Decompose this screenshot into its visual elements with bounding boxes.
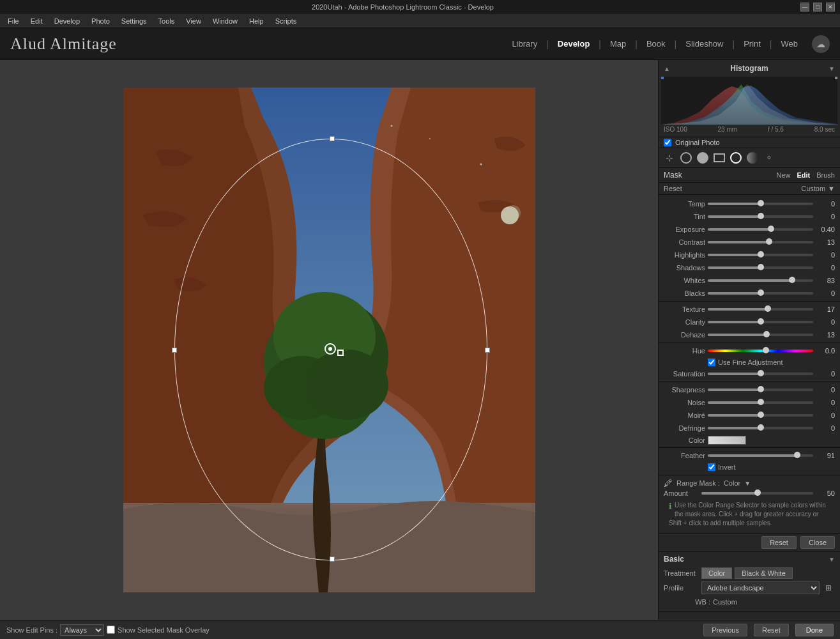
- invert-checkbox[interactable]: [708, 463, 715, 471]
- done-button[interactable]: Done: [795, 624, 834, 636]
- range-mask-type[interactable]: Color: [724, 479, 740, 487]
- menu-edit[interactable]: Edit: [26, 16, 48, 26]
- previous-button[interactable]: Previous: [703, 624, 747, 636]
- range-mask-section: 🖉 Range Mask : Color ▼ Amount 50 ℹ Use t…: [659, 475, 840, 534]
- mask-actions: New Edit Brush: [776, 171, 835, 179]
- hue-slider[interactable]: [708, 350, 813, 352]
- menu-photo[interactable]: Photo: [86, 16, 115, 26]
- range-mask-row: 🖉 Range Mask : Color ▼: [664, 478, 835, 488]
- temp-value: 0: [816, 200, 835, 208]
- nav-book[interactable]: Book: [640, 36, 672, 51]
- shadows-slider[interactable]: [708, 266, 813, 269]
- temp-slider[interactable]: [708, 203, 813, 205]
- defringe-slider[interactable]: [708, 427, 813, 429]
- noise-slider[interactable]: [708, 401, 813, 404]
- exposure-slider[interactable]: [708, 228, 813, 231]
- menu-window[interactable]: Window: [208, 16, 243, 26]
- menu-settings[interactable]: Settings: [116, 16, 152, 26]
- graduated-filter-tool[interactable]: [745, 151, 760, 165]
- control-point-top[interactable]: [330, 136, 335, 141]
- control-point-right[interactable]: [485, 348, 490, 353]
- eyedropper-icon[interactable]: 🖉: [664, 478, 673, 488]
- basic-header: Basic ▼: [664, 555, 835, 564]
- nav-map[interactable]: Map: [604, 36, 632, 51]
- photo-background: [123, 88, 535, 592]
- original-photo-bar: Original Photo: [659, 137, 840, 148]
- histogram-collapse[interactable]: ▼: [829, 65, 835, 72]
- menu-scripts[interactable]: Scripts: [270, 16, 302, 26]
- menubar: File Edit Develop Photo Settings Tools V…: [0, 14, 840, 28]
- control-point-bottom[interactable]: [330, 557, 335, 562]
- original-photo-checkbox[interactable]: [664, 139, 671, 146]
- reset-row: Reset Custom ▼: [659, 183, 840, 195]
- bottom-reset-button[interactable]: Reset: [754, 624, 789, 636]
- radial-filter-tool[interactable]: [729, 151, 743, 165]
- color-swatch-row: Color: [659, 435, 840, 446]
- contrast-slider[interactable]: [708, 241, 813, 243]
- mask-new[interactable]: New: [776, 171, 790, 179]
- range-mask-dropdown[interactable]: ▼: [744, 480, 751, 487]
- mask-brush[interactable]: Brush: [816, 171, 835, 179]
- nav-print[interactable]: Print: [737, 36, 767, 51]
- range-amount-slider[interactable]: [701, 492, 813, 495]
- texture-slider[interactable]: [708, 308, 813, 311]
- control-point-left[interactable]: [172, 348, 177, 353]
- sharpness-value: 0: [816, 386, 835, 394]
- color-treatment-button[interactable]: Color: [701, 567, 732, 579]
- profile-select[interactable]: Adobe Landscape Adobe Color Adobe Vivid …: [701, 581, 820, 594]
- mask-close-button[interactable]: Close: [800, 536, 835, 549]
- color-swatch[interactable]: [708, 436, 746, 445]
- histogram-scroll-up[interactable]: ▲: [664, 65, 670, 72]
- nav-sep-2: |: [599, 39, 601, 49]
- main-layout: ▲ Histogram ▼: [0, 60, 840, 620]
- maximize-button[interactable]: □: [813, 3, 822, 12]
- nav-library[interactable]: Library: [505, 36, 544, 51]
- show-mask-overlay-checkbox[interactable]: [107, 626, 115, 634]
- sharpness-slider[interactable]: [708, 389, 813, 391]
- cloud-icon[interactable]: ☁: [812, 35, 830, 53]
- dehaze-label: Dehaze: [664, 331, 705, 339]
- fine-adjustment-checkbox[interactable]: [708, 358, 715, 366]
- dehaze-slider[interactable]: [708, 334, 813, 336]
- highlights-slider[interactable]: [708, 254, 813, 256]
- nav-develop[interactable]: Develop: [551, 36, 597, 51]
- blacks-slider[interactable]: [708, 292, 813, 295]
- menu-file[interactable]: File: [3, 16, 24, 26]
- feather-slider[interactable]: [708, 454, 813, 457]
- tint-slider[interactable]: [708, 215, 813, 218]
- always-select[interactable]: Always Selected Never: [60, 624, 104, 636]
- close-button[interactable]: ✕: [826, 3, 835, 12]
- moire-slider-row: Moiré 0: [659, 409, 840, 422]
- saturation-slider[interactable]: [708, 373, 813, 375]
- whites-label: Whites: [664, 277, 705, 284]
- reset-label[interactable]: Reset: [664, 185, 682, 192]
- hue-slider-row: Hue 0.0: [659, 344, 840, 357]
- spot-removal-tool[interactable]: [696, 151, 710, 165]
- bw-treatment-button[interactable]: Black & White: [735, 567, 792, 579]
- menu-help[interactable]: Help: [244, 16, 269, 26]
- mask-reset-button[interactable]: Reset: [761, 536, 797, 549]
- mask-edit[interactable]: Edit: [797, 171, 810, 179]
- sliders-section: Temp 0 Tint 0 Exposure: [659, 195, 840, 475]
- clarity-slider[interactable]: [708, 321, 813, 323]
- healing-tool[interactable]: [679, 151, 693, 165]
- custom-dropdown[interactable]: Custom ▼: [801, 185, 835, 192]
- center-pin[interactable]: [325, 343, 336, 355]
- nav-web[interactable]: Web: [775, 36, 805, 51]
- whites-slider[interactable]: [708, 279, 813, 282]
- histogram-title: Histogram: [730, 64, 768, 73]
- adjustment-brush-tool[interactable]: [712, 151, 726, 165]
- histogram-section: ▲ Histogram ▼: [659, 60, 840, 137]
- menu-develop[interactable]: Develop: [49, 16, 85, 26]
- nav-slideshow[interactable]: Slideshow: [679, 36, 729, 51]
- center-pin-2[interactable]: [337, 350, 344, 356]
- profile-grid-icon[interactable]: ⊞: [822, 581, 835, 594]
- moire-slider[interactable]: [708, 414, 813, 417]
- menu-view[interactable]: View: [181, 16, 206, 26]
- crop-tool[interactable]: ⊹: [662, 151, 676, 165]
- color-label: Color: [664, 436, 705, 444]
- menu-tools[interactable]: Tools: [153, 16, 180, 26]
- basic-collapse-arrow[interactable]: ▼: [829, 556, 835, 563]
- minimize-button[interactable]: —: [800, 3, 809, 12]
- color-sampler-tool[interactable]: ⚬: [762, 151, 776, 165]
